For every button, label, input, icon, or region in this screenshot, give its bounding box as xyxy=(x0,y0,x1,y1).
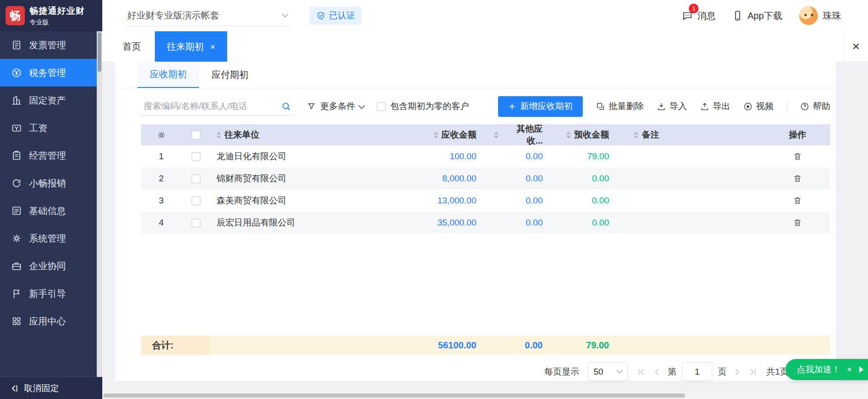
sidebar-item-system[interactable]: 系统管理 xyxy=(0,225,97,252)
sidebar-scrollbar[interactable] xyxy=(97,31,102,377)
tab-home-label: 首页 xyxy=(123,40,141,53)
sidebar-menu: 发票管理 税务管理 固定资产 工资 经营管理 小畅报销 xyxy=(0,31,97,377)
search-icon[interactable] xyxy=(281,101,291,111)
column-header-note[interactable]: 备注 xyxy=(621,129,765,141)
table-row[interactable]: 2 锦财商贸有限公司 8,000.00 0.00 0.00 xyxy=(141,168,830,190)
content-area: 应收期初 应付期初 更多条件 包含期初为零的客户 xyxy=(102,62,868,392)
sidebar-item-label: 应用中心 xyxy=(29,315,66,328)
advance-cell: 79.00 xyxy=(556,151,621,162)
per-page-select[interactable]: 50 xyxy=(587,362,628,381)
app-download-button[interactable]: App下载 xyxy=(732,10,782,22)
first-page-button[interactable] xyxy=(636,367,646,377)
export-button[interactable]: 导出 xyxy=(700,100,730,112)
messages-button[interactable]: 1 消息 xyxy=(682,10,716,22)
delete-row-button[interactable] xyxy=(793,196,802,205)
funnel-icon xyxy=(307,102,316,111)
tab-close-icon[interactable]: × xyxy=(210,42,215,51)
page-tabbar: 首页 往来期初 × × xyxy=(102,31,868,62)
video-button[interactable]: 视频 xyxy=(743,100,774,112)
sidebar-item-invoice[interactable]: 发票管理 xyxy=(0,31,97,59)
batch-delete-button[interactable]: 批量删除 xyxy=(596,100,644,112)
brand-logo-icon: 畅 xyxy=(6,6,25,25)
trash-icon xyxy=(793,218,802,227)
row-checkbox[interactable] xyxy=(192,174,200,183)
app-download-label: App下载 xyxy=(747,10,782,22)
sidebar-item-salary[interactable]: 工资 xyxy=(0,114,97,142)
help-button[interactable]: 帮助 xyxy=(800,100,830,112)
sidebar-item-app-center[interactable]: 应用中心 xyxy=(0,307,97,335)
tab-label: 往来期初 xyxy=(167,40,204,53)
topbar: 好业财专业版演示帐套 已认证 1 消息 App下载 珠珠 xyxy=(102,0,868,31)
sidebar-item-basic-info[interactable]: 基础信息 xyxy=(0,197,97,225)
search-box xyxy=(141,98,294,116)
row-index: 4 xyxy=(141,218,182,228)
delete-row-button[interactable] xyxy=(793,218,802,227)
table-row[interactable]: 4 辰宏日用品有限公司 35,000.00 0.00 0.00 xyxy=(141,212,830,234)
sort-icon[interactable] xyxy=(566,132,571,139)
collaboration-icon xyxy=(11,260,22,272)
chevron-down-icon xyxy=(282,11,288,17)
more-filters-button[interactable]: 更多条件 xyxy=(307,100,364,112)
sort-icon[interactable] xyxy=(634,132,639,139)
delete-row-button[interactable] xyxy=(793,152,802,161)
table-row[interactable]: 1 龙迪日化有限公司 100.00 0.00 79.00 xyxy=(141,145,830,168)
page-number-input[interactable] xyxy=(682,362,712,381)
table-row[interactable]: 3 森美商贸有限公司 13,000.00 0.00 0.00 xyxy=(141,190,830,212)
account-book-selector[interactable]: 好业财专业版演示帐套 xyxy=(124,5,290,26)
tab-receivable-opening[interactable]: 应收期初 xyxy=(137,62,199,88)
chevron-down-icon xyxy=(358,102,365,109)
column-header-advance[interactable]: 预收金额 xyxy=(556,129,621,141)
column-header-other-receivable[interactable]: 其他应收... xyxy=(494,123,556,147)
chevron-right-icon xyxy=(732,367,742,377)
tab-opening-balances[interactable]: 往来期初 × xyxy=(155,31,227,62)
row-index: 2 xyxy=(141,173,182,184)
shield-check-icon xyxy=(316,11,326,21)
unpin-sidebar-button[interactable]: 取消固定 xyxy=(0,377,102,399)
user-menu[interactable]: 珠珠 xyxy=(799,6,841,25)
close-all-tabs-icon[interactable]: × xyxy=(852,40,860,53)
sidebar-scrollbar-thumb[interactable] xyxy=(98,32,101,72)
tab-home[interactable]: 首页 xyxy=(102,31,155,62)
sort-icon[interactable] xyxy=(217,132,221,139)
row-checkbox[interactable] xyxy=(192,197,200,205)
main-area: 好业财专业版演示帐套 已认证 1 消息 App下载 珠珠 首页 xyxy=(102,0,868,399)
sidebar-item-tax[interactable]: 税务管理 xyxy=(0,59,97,87)
horizontal-scrollbar-thumb[interactable] xyxy=(103,393,685,398)
column-header-company[interactable]: 往来单位 xyxy=(210,129,380,141)
app-center-icon xyxy=(11,316,22,327)
pagination: 每页显示 50 第 页 共1页, 4条记录 xyxy=(141,355,830,381)
tool-button-label: 视频 xyxy=(756,100,774,112)
accelerate-floating-button[interactable]: 点我加速！ × xyxy=(786,359,868,380)
add-receivable-opening-button[interactable]: 新增应收期初 xyxy=(498,96,583,117)
certified-badge[interactable]: 已认证 xyxy=(310,6,362,25)
prev-page-button[interactable] xyxy=(652,367,662,377)
row-checkbox[interactable] xyxy=(192,219,200,227)
include-zero-filter[interactable]: 包含期初为零的客户 xyxy=(377,100,469,112)
row-checkbox[interactable] xyxy=(192,152,200,161)
sort-icon[interactable] xyxy=(494,132,499,139)
search-input[interactable] xyxy=(144,101,268,111)
tab-payable-opening[interactable]: 应付期初 xyxy=(199,62,261,88)
add-button-label: 新增应收期初 xyxy=(520,100,573,112)
per-page-value: 50 xyxy=(593,367,603,377)
gear-icon[interactable] xyxy=(157,130,166,140)
sidebar-item-reimburse[interactable]: 小畅报销 xyxy=(0,169,97,197)
sidebar-item-collaboration[interactable]: 企业协同 xyxy=(0,252,97,280)
column-header-receivable[interactable]: 应收金额 xyxy=(380,129,494,141)
table-header-row: 往来单位 应收金额 其他应收... 预收金额 xyxy=(141,124,830,145)
sidebar-item-fixed-assets[interactable]: 固定资产 xyxy=(0,87,97,114)
advance-cell: 0.00 xyxy=(556,196,621,206)
delete-row-button[interactable] xyxy=(793,174,802,183)
sidebar-item-business[interactable]: 经营管理 xyxy=(0,142,97,169)
next-page-button[interactable] xyxy=(732,367,742,377)
app-edition: 专业版 xyxy=(29,18,85,27)
include-zero-checkbox[interactable] xyxy=(377,102,386,111)
sidebar-item-guide[interactable]: 新手引导 xyxy=(0,280,97,307)
import-button[interactable]: 导入 xyxy=(657,100,687,112)
arrow-right-icon xyxy=(859,366,863,373)
horizontal-scrollbar[interactable] xyxy=(102,392,868,399)
sort-icon[interactable] xyxy=(434,132,438,139)
last-page-button[interactable] xyxy=(748,367,758,377)
close-icon[interactable]: × xyxy=(847,364,852,375)
select-all-checkbox[interactable] xyxy=(192,131,200,139)
